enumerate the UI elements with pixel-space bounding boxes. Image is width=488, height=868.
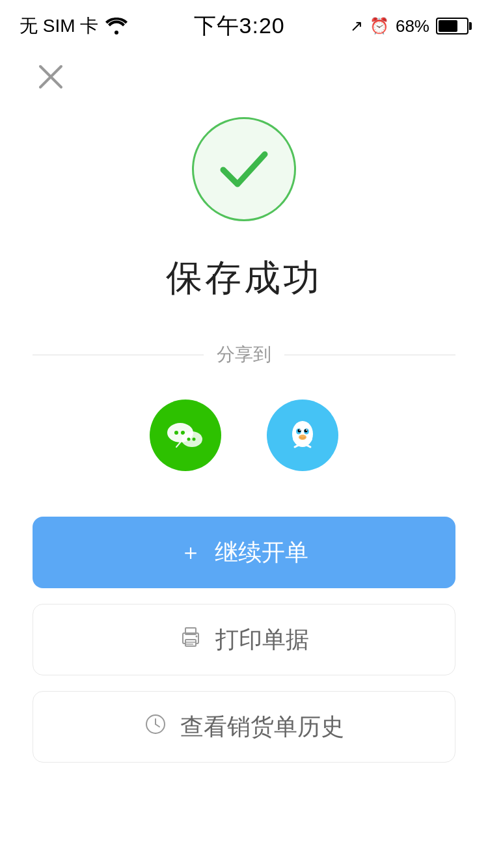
- history-label: 查看销货单历史: [180, 711, 344, 743]
- close-icon: [36, 62, 65, 91]
- history-button[interactable]: 查看销货单历史: [33, 691, 455, 763]
- wifi-icon: [105, 18, 128, 34]
- actions-section: ＋ 继续开单 打印单据 查看销货单历史: [0, 517, 488, 763]
- status-right-icons: ↗ ⏰ 68%: [350, 16, 468, 36]
- svg-point-6: [187, 438, 191, 441]
- plus-icon: ＋: [180, 537, 202, 567]
- svg-point-7: [193, 438, 196, 441]
- svg-point-17: [299, 435, 306, 440]
- share-label: 分享到: [217, 342, 271, 367]
- svg-point-23: [196, 636, 198, 638]
- share-section: 分享到: [0, 342, 488, 504]
- print-label: 打印单据: [215, 624, 309, 656]
- svg-point-10: [306, 433, 312, 442]
- success-section: 保存成功: [0, 117, 488, 303]
- svg-point-14: [305, 429, 308, 433]
- wechat-icon: [163, 413, 208, 457]
- status-time: 下午3:20: [194, 11, 285, 41]
- carrier-text: 无 SIM 卡: [20, 14, 98, 38]
- svg-point-5: [182, 431, 202, 447]
- continue-label: 继续开单: [215, 537, 308, 569]
- qq-icon: [282, 414, 323, 456]
- clock-icon: [144, 712, 167, 741]
- printer-icon: [179, 625, 202, 654]
- qq-share-button[interactable]: [267, 400, 338, 471]
- success-circle: [192, 117, 296, 221]
- location-icon: ↗: [350, 17, 363, 35]
- wechat-share-button[interactable]: [150, 400, 221, 471]
- svg-rect-19: [185, 640, 196, 646]
- svg-line-26: [156, 724, 159, 727]
- carrier-wifi: 无 SIM 卡: [20, 14, 128, 38]
- battery-text: 68%: [396, 16, 429, 36]
- checkmark-icon: [218, 146, 270, 192]
- svg-point-3: [174, 431, 178, 435]
- share-icons: [150, 400, 338, 471]
- battery-fill: [439, 20, 457, 32]
- close-button[interactable]: [31, 57, 70, 96]
- svg-point-13: [298, 429, 301, 433]
- svg-point-16: [306, 429, 307, 431]
- status-bar: 无 SIM 卡 下午3:20 ↗ ⏰ 68%: [0, 0, 488, 52]
- svg-point-15: [299, 429, 301, 431]
- success-title: 保存成功: [166, 254, 322, 303]
- divider-line-left: [33, 355, 204, 355]
- continue-button[interactable]: ＋ 继续开单: [33, 517, 455, 588]
- alarm-icon: ⏰: [370, 17, 389, 35]
- print-button[interactable]: 打印单据: [33, 604, 455, 675]
- battery-icon: [436, 18, 468, 34]
- share-divider: 分享到: [0, 342, 488, 367]
- svg-point-9: [293, 433, 299, 442]
- divider-line-right: [284, 355, 455, 355]
